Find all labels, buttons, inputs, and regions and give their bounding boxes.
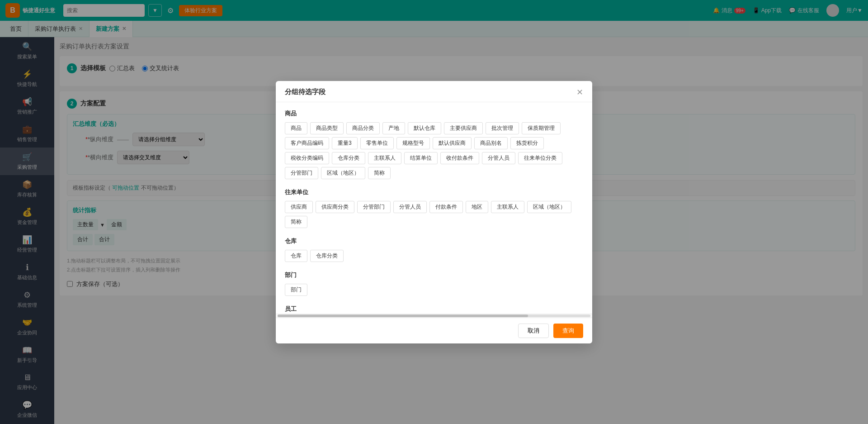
field-tag-region[interactable]: 区域（地区） <box>321 167 365 179</box>
field-tags-counterpart: 供应商 供应商分类 分管部门 分管人员 付款条件 地区 主联系人 区域（地区） … <box>285 201 583 228</box>
field-tag-origin[interactable]: 产地 <box>382 122 405 134</box>
section-title-department: 部门 <box>285 271 583 279</box>
field-tag-dept[interactable]: 部门 <box>285 284 307 296</box>
field-tag-cp-dept[interactable]: 分管部门 <box>357 201 391 213</box>
modal-overlay: 分组待选字段 ✕ 商品 商品 商品类型 商品分类 产地 默认仓库 主要供应商 批… <box>0 0 868 424</box>
section-title-counterpart: 往来单位 <box>285 188 583 196</box>
field-tags-warehouse: 仓库 仓库分类 <box>285 250 583 262</box>
cancel-button[interactable]: 取消 <box>518 324 549 338</box>
field-section-warehouse: 仓库 仓库 仓库分类 <box>285 237 583 262</box>
modal-footer: 取消 查询 <box>276 318 592 343</box>
field-tag-customer-code[interactable]: 客户商品编码 <box>285 137 329 149</box>
field-tag-supervisor[interactable]: 分管人员 <box>482 152 515 164</box>
field-section-counterpart: 往来单位 供应商 供应商分类 分管部门 分管人员 付款条件 地区 主联系人 区域… <box>285 188 583 228</box>
field-tag-supplier-category[interactable]: 供应商分类 <box>316 201 354 213</box>
field-tag-goods-category[interactable]: 商品分类 <box>346 122 380 134</box>
confirm-button[interactable]: 查询 <box>553 324 583 338</box>
field-tag-supplier[interactable]: 供应商 <box>285 201 313 213</box>
field-tag-spec-model[interactable]: 规格型号 <box>396 137 430 149</box>
section-title-goods: 商品 <box>285 110 583 118</box>
field-tags-department: 部门 <box>285 284 583 296</box>
field-tag-tax-code[interactable]: 税收分类编码 <box>285 152 329 164</box>
field-section-employee: 员工 业务员 <box>285 305 583 314</box>
modal-body: 商品 商品 商品类型 商品分类 产地 默认仓库 主要供应商 批次管理 保质期管理… <box>276 102 592 314</box>
field-tag-default-supplier[interactable]: 默认供应商 <box>433 137 472 149</box>
field-tag-weight3[interactable]: 重量3 <box>332 137 358 149</box>
modal-title: 分组待选字段 <box>285 88 326 96</box>
field-selection-modal: 分组待选字段 ✕ 商品 商品 商品类型 商品分类 产地 默认仓库 主要供应商 批… <box>276 81 592 343</box>
field-tag-retail-unit[interactable]: 零售单位 <box>360 137 394 149</box>
field-tag-wh-warehouse[interactable]: 仓库 <box>285 250 307 262</box>
field-tag-cp-abbr[interactable]: 简称 <box>285 216 307 228</box>
field-tag-wh-category[interactable]: 仓库分类 <box>310 250 344 262</box>
field-tag-counterpart-category[interactable]: 往来单位分类 <box>518 152 562 164</box>
field-tag-goods-alias[interactable]: 商品别名 <box>474 137 508 149</box>
section-title-employee: 员工 <box>285 305 583 313</box>
field-tag-cp-area[interactable]: 区域（地区） <box>527 201 571 213</box>
field-tag-abbr[interactable]: 简称 <box>368 167 391 179</box>
field-tag-default-warehouse[interactable]: 默认仓库 <box>408 122 441 134</box>
field-tag-dept-in-charge[interactable]: 分管部门 <box>285 167 318 179</box>
field-tag-settlement-unit[interactable]: 结算单位 <box>404 152 438 164</box>
field-tag-warehouse-category[interactable]: 仓库分类 <box>332 152 365 164</box>
field-tag-cp-contact[interactable]: 主联系人 <box>491 201 524 213</box>
section-title-warehouse: 仓库 <box>285 237 583 245</box>
field-tag-main-contact[interactable]: 主联系人 <box>368 152 401 164</box>
field-section-goods: 商品 商品 商品类型 商品分类 产地 默认仓库 主要供应商 批次管理 保质期管理… <box>285 110 583 179</box>
field-tag-batch-mgmt[interactable]: 批次管理 <box>486 122 519 134</box>
field-tag-cp-payment-terms[interactable]: 付款条件 <box>429 201 463 213</box>
field-tag-goods-type[interactable]: 商品类型 <box>310 122 344 134</box>
modal-header: 分组待选字段 ✕ <box>276 81 592 102</box>
modal-close-icon[interactable]: ✕ <box>576 87 583 97</box>
modal-horizontal-scrollbar[interactable] <box>276 314 592 318</box>
field-tag-payment-terms[interactable]: 收付款条件 <box>440 152 479 164</box>
field-tag-goods[interactable]: 商品 <box>285 122 307 134</box>
field-tag-cp-supervisor[interactable]: 分管人员 <box>393 201 427 213</box>
field-tag-cp-region[interactable]: 地区 <box>466 201 488 213</box>
field-tags-goods: 商品 商品类型 商品分类 产地 默认仓库 主要供应商 批次管理 保质期管理 客户… <box>285 122 583 179</box>
field-tag-main-supplier[interactable]: 主要供应商 <box>444 122 483 134</box>
field-section-department: 部门 部门 <box>285 271 583 296</box>
field-tag-expiry-mgmt[interactable]: 保质期管理 <box>522 122 561 134</box>
field-tag-pick-points[interactable]: 拣货积分 <box>510 137 544 149</box>
